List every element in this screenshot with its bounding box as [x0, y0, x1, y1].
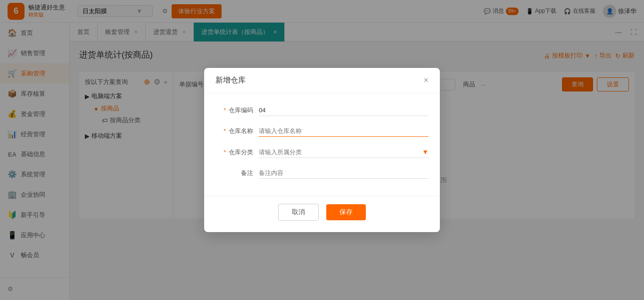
code-required-mark: * [223, 107, 226, 114]
category-label: 仓库分类 [229, 149, 253, 156]
form-row-remark: 备注 [215, 167, 429, 179]
form-row-category: * 仓库分类 ▼ [215, 146, 429, 158]
code-input[interactable] [259, 105, 429, 116]
code-label: 仓库编码 [229, 107, 253, 114]
dialog-title: 新增仓库 [215, 75, 246, 85]
form-row-code: * 仓库编码 [215, 105, 429, 116]
category-required-mark: * [223, 149, 226, 156]
category-dropdown-icon: ▼ [422, 148, 429, 156]
remark-label: 备注 [241, 169, 253, 176]
form-row-name: * 仓库名称 [215, 125, 429, 137]
dialog-footer: 取消 保存 [204, 196, 440, 232]
save-button[interactable]: 保存 [326, 204, 366, 220]
dialog-body: * 仓库编码 * 仓库名称 * 仓库分类 ▼ [204, 93, 440, 196]
dialog-overlay[interactable]: 新增仓库 × * 仓库编码 * 仓库名称 * [0, 0, 644, 300]
remark-label-wrap: 备注 [215, 169, 253, 177]
category-input[interactable] [259, 149, 422, 156]
name-required-mark: * [223, 127, 226, 134]
name-label: 仓库名称 [229, 127, 253, 134]
dialog-header: 新增仓库 × [204, 68, 440, 93]
category-label-wrap: * 仓库分类 [215, 148, 253, 157]
dialog-close-btn[interactable]: × [423, 75, 429, 85]
add-warehouse-dialog: 新增仓库 × * 仓库编码 * 仓库名称 * [204, 68, 440, 232]
name-input[interactable] [259, 125, 429, 137]
remark-input[interactable] [259, 167, 429, 179]
code-label-wrap: * 仓库编码 [215, 106, 253, 115]
cancel-button[interactable]: 取消 [278, 204, 319, 221]
category-select-wrap[interactable]: ▼ [259, 146, 429, 158]
name-label-wrap: * 仓库名称 [215, 127, 253, 135]
